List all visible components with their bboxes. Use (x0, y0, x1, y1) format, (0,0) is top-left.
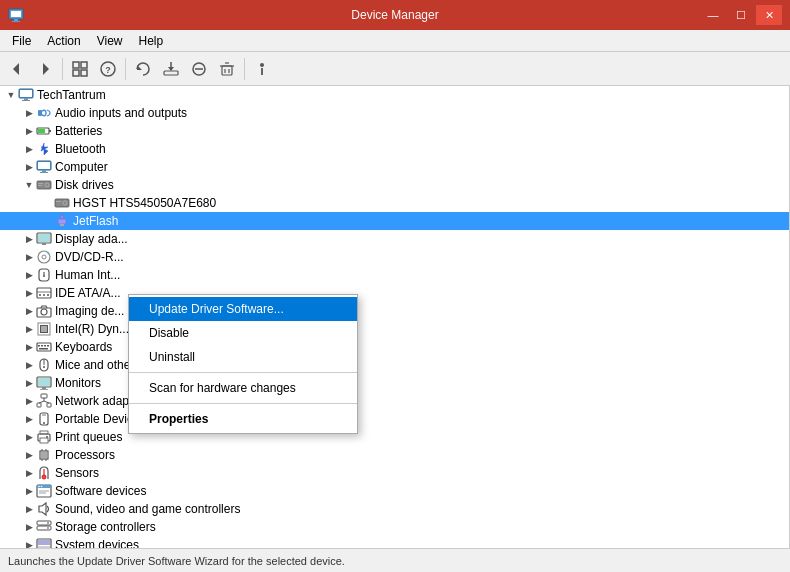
expand-batteries[interactable]: ▶ (22, 124, 36, 138)
svg-rect-112 (38, 540, 50, 545)
tree-portable[interactable]: ▶ Portable Devices (0, 410, 789, 428)
expand-ide[interactable]: ▶ (22, 286, 36, 300)
svg-rect-69 (44, 345, 46, 347)
tree-jetflash[interactable]: ▶ JetFlash (0, 212, 789, 230)
svg-rect-36 (40, 172, 48, 173)
expand-software[interactable]: ▶ (22, 484, 36, 498)
toolbar-uninstall[interactable] (214, 56, 240, 82)
ctx-disable[interactable]: Disable (129, 321, 357, 345)
tree-processors[interactable]: ▶ Processors (0, 446, 789, 464)
tree-display[interactable]: ▶ Display ada... (0, 230, 789, 248)
toolbar-scan[interactable] (130, 56, 156, 82)
ctx-update-driver[interactable]: Update Driver Software... (129, 297, 357, 321)
tree-network[interactable]: ▶ Network adapters (0, 392, 789, 410)
expand-sensors[interactable]: ▶ (22, 466, 36, 480)
toolbar: ? (0, 52, 790, 86)
tree-hgst[interactable]: ▶ HGST HTS545050A7E680 (0, 194, 789, 212)
mouse-icon (36, 357, 52, 373)
expand-print[interactable]: ▶ (22, 430, 36, 444)
menu-help[interactable]: Help (131, 32, 172, 50)
tree-disk-drives[interactable]: ▼ Disk drives (0, 176, 789, 194)
expand-imaging[interactable]: ▶ (22, 304, 36, 318)
tree-hid-label: Human Int... (55, 268, 120, 282)
toolbar-forward[interactable] (32, 56, 58, 82)
tree-ide[interactable]: ▶ IDE ATA/A... (0, 284, 789, 302)
toolbar-properties[interactable] (249, 56, 275, 82)
close-button[interactable]: ✕ (756, 5, 782, 25)
ctx-scan[interactable]: Scan for hardware changes (129, 376, 357, 400)
device-tree[interactable]: ▼ TechTantrum ▶ Audio inp (0, 86, 790, 548)
expand-disk[interactable]: ▼ (22, 178, 36, 192)
expand-hid[interactable]: ▶ (22, 268, 36, 282)
tree-software[interactable]: ▶ Software devices (0, 482, 789, 500)
tree-imaging[interactable]: ▶ Imaging de... (0, 302, 789, 320)
expand-keyboards[interactable]: ▶ (22, 340, 36, 354)
svg-rect-67 (38, 345, 40, 347)
expand-dvd[interactable]: ▶ (22, 250, 36, 264)
svg-rect-65 (41, 326, 47, 332)
tree-dvd[interactable]: ▶ DVD/CD-R... (0, 248, 789, 266)
menu-view[interactable]: View (89, 32, 131, 50)
window-title: Device Manager (351, 8, 438, 22)
expand-monitors[interactable]: ▶ (22, 376, 36, 390)
expand-system[interactable]: ▶ (22, 538, 36, 548)
tree-imaging-label: Imaging de... (55, 304, 124, 318)
menu-file[interactable]: File (4, 32, 39, 50)
svg-line-84 (44, 401, 49, 403)
svg-rect-7 (81, 62, 87, 68)
tree-bluetooth[interactable]: ▶ Bluetooth (0, 140, 789, 158)
tree-intel[interactable]: ▶ Intel(R) Dyn... (0, 320, 789, 338)
toolbar-disable[interactable] (186, 56, 212, 82)
maximize-button[interactable]: ☐ (728, 5, 754, 25)
svg-rect-40 (38, 185, 42, 186)
tree-root[interactable]: ▼ TechTantrum (0, 86, 789, 104)
tree-root-label: TechTantrum (37, 88, 106, 102)
tree-hid[interactable]: ▶ Human Int... (0, 266, 789, 284)
tree-software-label: Software devices (55, 484, 146, 498)
svg-rect-27 (24, 98, 28, 100)
toolbar-update[interactable] (158, 56, 184, 82)
svg-rect-56 (37, 288, 51, 298)
tree-intel-label: Intel(R) Dyn... (55, 322, 129, 336)
ctx-uninstall[interactable]: Uninstall (129, 345, 357, 369)
expand-display[interactable]: ▶ (22, 232, 36, 246)
tree-keyboards[interactable]: ▶ Keyboards (0, 338, 789, 356)
tree-mice[interactable]: ▶ Mice and other pointing devices (0, 356, 789, 374)
ctx-properties[interactable]: Properties (129, 407, 357, 431)
bluetooth-icon (36, 141, 52, 157)
svg-point-46 (61, 214, 63, 216)
expand-computer[interactable]: ▶ (22, 160, 36, 174)
expand-bluetooth[interactable]: ▶ (22, 142, 36, 156)
expand-mice[interactable]: ▶ (22, 358, 36, 372)
expand-root[interactable]: ▼ (4, 88, 18, 102)
tree-system[interactable]: ▶ System devices (0, 536, 789, 548)
expand-audio[interactable]: ▶ (22, 106, 36, 120)
svg-rect-6 (73, 62, 79, 68)
toolbar-tree[interactable] (67, 56, 93, 82)
monitor-icon (36, 375, 52, 391)
display-icon (36, 231, 52, 247)
tree-monitors[interactable]: ▶ Monitors (0, 374, 789, 392)
svg-rect-89 (40, 438, 48, 443)
tree-storage[interactable]: ▶ Storage controllers (0, 518, 789, 536)
svg-line-83 (39, 401, 44, 403)
hdd-icon (54, 195, 70, 211)
toolbar-help[interactable]: ? (95, 56, 121, 82)
tree-sound[interactable]: ▶ Sound, video and game controllers (0, 500, 789, 518)
toolbar-back[interactable] (4, 56, 30, 82)
menu-action[interactable]: Action (39, 32, 88, 50)
dvd-icon (36, 249, 52, 265)
expand-processors[interactable]: ▶ (22, 448, 36, 462)
tree-sensors[interactable]: ▶ Sensors (0, 464, 789, 482)
expand-portable[interactable]: ▶ (22, 412, 36, 426)
tree-audio[interactable]: ▶ Audio inputs and outputs (0, 104, 789, 122)
expand-sound[interactable]: ▶ (22, 502, 36, 516)
tree-print[interactable]: ▶ Print queues (0, 428, 789, 446)
tree-computer[interactable]: ▶ Computer (0, 158, 789, 176)
expand-network[interactable]: ▶ (22, 394, 36, 408)
minimize-button[interactable]: — (700, 5, 726, 25)
tree-batteries[interactable]: ▶ Batteries (0, 122, 789, 140)
expand-storage[interactable]: ▶ (22, 520, 36, 534)
expand-intel[interactable]: ▶ (22, 322, 36, 336)
audio-icon (36, 105, 52, 121)
